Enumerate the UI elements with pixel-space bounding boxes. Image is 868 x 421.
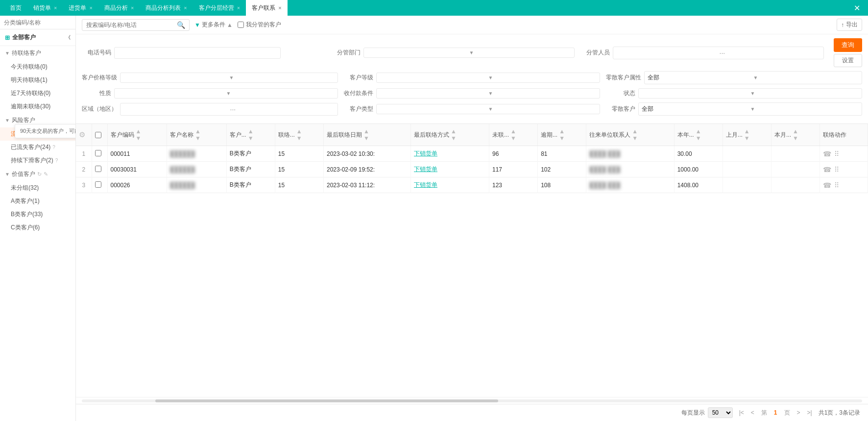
prev-page-button[interactable]: < (748, 408, 757, 417)
nav-product-analysis[interactable]: 商品分析 × (98, 0, 140, 16)
nav-customer-layer[interactable]: 客户分层经营 × (193, 0, 246, 16)
last-page-button[interactable]: >| (805, 408, 815, 417)
customer-level-select[interactable]: ▼ (376, 73, 600, 83)
close-customer-layer[interactable]: × (237, 5, 240, 11)
pay-condition-select[interactable]: ▼ (376, 88, 600, 99)
nav-product-analysis-list[interactable]: 商品分析列表 × (140, 0, 193, 16)
cell-contact-count: 15 (275, 177, 323, 193)
sidebar-group-risk[interactable]: ▼ 风险客户 90天未交易的客户，可能有流失风险。 (0, 113, 75, 127)
cell-this-year: 1408.00 (674, 177, 723, 193)
zero-attr-select[interactable]: 全部 ▼ (644, 71, 862, 84)
region-select[interactable]: ··· (120, 103, 338, 116)
sort-not-contact[interactable]: ▲▼ (510, 128, 516, 142)
close-sales-order[interactable]: × (54, 5, 57, 11)
scrollbar-thumb[interactable] (155, 399, 498, 402)
filter-search-icon[interactable]: 🔍 (177, 21, 185, 29)
customer-type-select[interactable]: ▼ (376, 104, 600, 114)
sidebar-group-pending[interactable]: ▼ 待联络客户 (0, 46, 75, 60)
next-page-button[interactable]: > (795, 408, 803, 417)
more-conditions-button[interactable]: ▼ 更多条件 ▲ (194, 21, 233, 29)
sort-level[interactable]: ▲▼ (248, 128, 254, 142)
cell-last-date: 2023-03-02 10:30: (324, 146, 411, 162)
query-button[interactable]: 查询 (834, 38, 862, 52)
filter-row-2: 客户价格等级 ▼ 客户等级 ▼ 零散客户属性 (82, 71, 862, 84)
sort-contact[interactable]: ▲▼ (296, 128, 302, 142)
th-this-month: 本月... ▲▼ (771, 124, 820, 146)
action-phone-icon[interactable]: ☎ (823, 150, 831, 158)
cell-last-month (723, 177, 771, 193)
close-all-button[interactable]: ✕ (850, 3, 864, 13)
close-product-analysis[interactable]: × (131, 5, 134, 11)
sort-this-month[interactable]: ▲▼ (793, 128, 798, 142)
sort-overdue[interactable]: ▲▼ (559, 128, 565, 142)
filter-search-input[interactable] (86, 22, 177, 28)
action-more-icon[interactable]: ⠿ (834, 181, 839, 189)
customer-level-arrow: ▼ (488, 75, 597, 80)
sort-this-year[interactable]: ▲▼ (696, 128, 701, 142)
sort-customer-name[interactable]: ▲▼ (195, 128, 201, 142)
sort-last-month[interactable]: ▲▼ (744, 128, 750, 142)
sort-customer-code[interactable]: ▲▼ (136, 128, 142, 142)
close-customer-contact[interactable]: × (278, 5, 281, 11)
cell-unit-contact: ████ ███ (586, 177, 674, 193)
cell-check[interactable] (92, 162, 107, 177)
row-checkbox-1[interactable] (95, 166, 101, 172)
customer-level-label: 客户等级 (344, 74, 373, 82)
dept-label: 分管部门 (331, 49, 361, 57)
edit-value-icon[interactable]: ✎ (44, 171, 48, 177)
th-check[interactable] (92, 124, 107, 146)
sidebar-item-class-a[interactable]: A类客户(1) (0, 195, 75, 208)
sidebar-item-class-c[interactable]: C类客户(6) (0, 221, 75, 234)
more-conditions-arrow: ▲ (227, 22, 233, 28)
my-customers-checkbox[interactable]: 我分管的客户 (238, 21, 281, 29)
action-more-icon[interactable]: ⠿ (834, 166, 839, 173)
th-last-contact-way: 最后联络方式 ▲▼ (410, 124, 489, 146)
cell-check[interactable] (92, 177, 107, 193)
nav-customer-contact[interactable]: 客户联系 × (246, 0, 287, 16)
price-level-select[interactable]: ▼ (120, 73, 338, 83)
cell-check[interactable] (92, 146, 107, 162)
sidebar-item-churned[interactable]: 已流失客户(24) ? (0, 141, 75, 154)
per-page-select[interactable]: 50 100 (708, 407, 733, 418)
status-select[interactable]: ▼ (638, 88, 862, 99)
dept-select[interactable]: ▼ (363, 48, 575, 58)
close-purchase-order[interactable]: × (89, 5, 92, 11)
row-checkbox-2[interactable] (95, 181, 101, 188)
sidebar-item-today[interactable]: 今天待联络(0) (0, 60, 75, 74)
sidebar-all-customers[interactable]: ⊞ 全部客户 《 (0, 29, 75, 46)
export-button[interactable]: ↑ 导出 (837, 19, 862, 31)
action-phone-icon[interactable]: ☎ (823, 166, 831, 173)
phone-input[interactable] (114, 47, 281, 59)
nature-select[interactable]: ▼ (114, 88, 338, 99)
sidebar-item-declining[interactable]: 持续下滑客户(2) ? (0, 154, 75, 167)
nav-purchase-order[interactable]: 进货单 × (63, 0, 98, 16)
horizontal-scrollbar[interactable] (76, 397, 868, 404)
action-phone-icon[interactable]: ☎ (823, 181, 831, 189)
refresh-icon[interactable]: ↻ (37, 171, 42, 177)
first-page-button[interactable]: |< (737, 408, 747, 417)
sidebar-item-ungroup[interactable]: 未分组(32) (0, 181, 75, 195)
person-select[interactable]: ··· (613, 47, 824, 59)
nav-sales-order[interactable]: 销货单 × (27, 0, 63, 16)
cell-name: ██████ (167, 177, 227, 193)
sidebar-item-tomorrow[interactable]: 明天待联络(1) (0, 74, 75, 87)
action-more-icon[interactable]: ⠿ (834, 150, 839, 158)
sidebar-item-overdue[interactable]: 逾期未联络(30) (0, 100, 75, 113)
th-gear[interactable]: ⚙ (76, 124, 92, 146)
gear-icon[interactable]: ⚙ (79, 130, 85, 139)
my-customers-check-input[interactable] (238, 22, 244, 28)
sidebar-item-class-b[interactable]: B类客户(33) (0, 208, 75, 221)
sort-way[interactable]: ▲▼ (451, 128, 457, 142)
nav-home[interactable]: 首页 (4, 0, 27, 16)
close-product-analysis-list[interactable]: × (184, 5, 187, 11)
settings-button[interactable]: 设置 (834, 54, 862, 67)
scrollbar-track[interactable] (82, 399, 862, 402)
select-all-checkbox[interactable] (95, 132, 101, 138)
sidebar-search-input[interactable] (4, 19, 76, 26)
row-checkbox-0[interactable] (95, 150, 101, 156)
zero-customer-select[interactable]: 全部 ▼ (638, 102, 862, 116)
sidebar-group-value[interactable]: ▼ 价值客户 ↻ ✎ (0, 167, 75, 181)
sidebar-item-7days[interactable]: 近7天待联络(0) (0, 87, 75, 100)
sort-date[interactable]: ▲▼ (363, 128, 369, 142)
sort-unit-contact[interactable]: ▲▼ (632, 128, 638, 142)
